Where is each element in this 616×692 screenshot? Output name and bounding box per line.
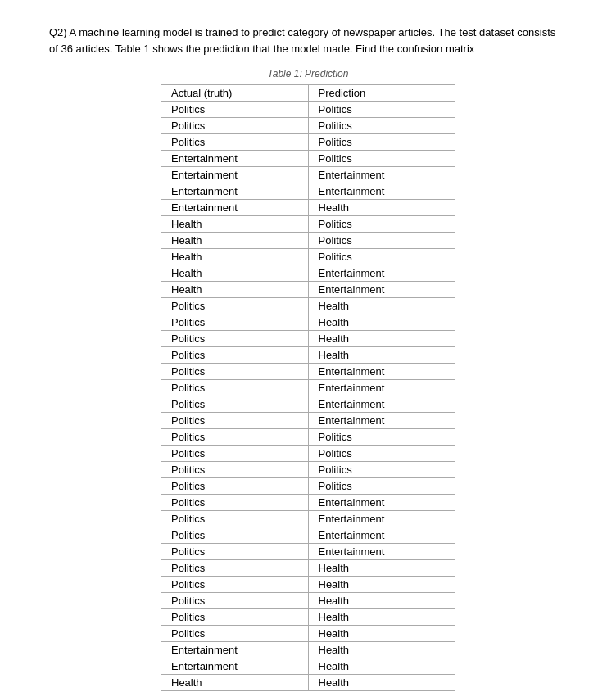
cell-prediction: Entertainment [308,396,455,413]
table-title: Table 1: Prediction [49,68,567,79]
cell-prediction: Politics [308,446,455,462]
cell-prediction: Health [308,314,455,331]
cell-prediction: Entertainment [308,364,455,380]
cell-actual: Health [161,216,309,233]
table-row: EntertainmentEntertainment [161,183,455,200]
col-prediction: Prediction [308,85,455,102]
col-actual: Actual (truth) [161,85,309,102]
table-row: PoliticsPolitics [161,462,455,478]
cell-actual: Health [161,233,309,249]
cell-prediction: Health [308,560,455,577]
table-row: PoliticsHealth [161,314,455,331]
cell-prediction: Health [308,675,455,691]
table-row: HealthPolitics [161,216,455,233]
cell-actual: Politics [161,314,309,331]
cell-actual: Entertainment [161,642,309,658]
cell-actual: Politics [161,593,309,609]
cell-actual: Politics [161,609,309,626]
table-row: PoliticsHealth [161,593,455,609]
table-row: PoliticsEntertainment [161,495,455,511]
cell-prediction: Politics [308,249,455,265]
cell-prediction: Health [308,658,455,675]
cell-actual: Politics [161,577,309,593]
table-row: EntertainmentHealth [161,658,455,675]
cell-prediction: Politics [308,102,455,118]
cell-actual: Politics [161,446,309,462]
table-row: PoliticsPolitics [161,478,455,495]
table-row: HealthPolitics [161,233,455,249]
cell-prediction: Entertainment [308,380,455,396]
table-row: PoliticsHealth [161,609,455,626]
table-row: PoliticsPolitics [161,446,455,462]
table-row: PoliticsPolitics [161,118,455,134]
cell-prediction: Health [308,593,455,609]
cell-prediction: Health [308,347,455,364]
cell-actual: Politics [161,462,309,478]
cell-actual: Politics [161,429,309,446]
table-row: HealthEntertainment [161,282,455,298]
cell-actual: Health [161,675,309,691]
cell-actual: Entertainment [161,183,309,200]
table-row: HealthEntertainment [161,265,455,282]
table-header-row: Actual (truth) Prediction [161,85,455,102]
cell-actual: Politics [161,364,309,380]
table-row: PoliticsHealth [161,347,455,364]
table-row: PoliticsEntertainment [161,511,455,527]
cell-actual: Politics [161,495,309,511]
table-row: PoliticsPolitics [161,429,455,446]
cell-actual: Entertainment [161,200,309,216]
cell-actual: Politics [161,626,309,642]
cell-actual: Health [161,282,309,298]
table-row: EntertainmentEntertainment [161,167,455,183]
cell-actual: Entertainment [161,151,309,167]
cell-prediction: Politics [308,429,455,446]
cell-actual: Politics [161,478,309,495]
cell-actual: Politics [161,380,309,396]
table-row: PoliticsEntertainment [161,544,455,560]
cell-actual: Politics [161,298,309,314]
cell-prediction: Politics [308,151,455,167]
cell-prediction: Entertainment [308,527,455,544]
cell-actual: Politics [161,118,309,134]
table-row: PoliticsHealth [161,577,455,593]
cell-actual: Health [161,265,309,282]
table-row: EntertainmentPolitics [161,151,455,167]
cell-prediction: Health [308,331,455,347]
table-row: PoliticsEntertainment [161,527,455,544]
table-row: PoliticsHealth [161,626,455,642]
cell-prediction: Entertainment [308,544,455,560]
cell-prediction: Entertainment [308,167,455,183]
cell-actual: Politics [161,544,309,560]
cell-actual: Politics [161,396,309,413]
cell-prediction: Entertainment [308,511,455,527]
table-row: PoliticsPolitics [161,134,455,151]
table-row: PoliticsEntertainment [161,396,455,413]
table-row: EntertainmentHealth [161,642,455,658]
cell-prediction: Politics [308,134,455,151]
cell-prediction: Health [308,626,455,642]
cell-actual: Politics [161,560,309,577]
cell-actual: Health [161,249,309,265]
cell-actual: Politics [161,134,309,151]
cell-prediction: Health [308,609,455,626]
question-text: Q2) A machine learning model is trained … [49,25,567,57]
cell-actual: Politics [161,413,309,429]
table-row: PoliticsHealth [161,298,455,314]
table-row: HealthPolitics [161,249,455,265]
cell-prediction: Politics [308,216,455,233]
cell-prediction: Politics [308,462,455,478]
cell-prediction: Entertainment [308,495,455,511]
cell-prediction: Health [308,200,455,216]
cell-actual: Politics [161,347,309,364]
cell-prediction: Health [308,298,455,314]
cell-actual: Entertainment [161,658,309,675]
table-row: HealthHealth [161,675,455,691]
cell-prediction: Entertainment [308,413,455,429]
cell-prediction: Health [308,642,455,658]
table-row: PoliticsEntertainment [161,413,455,429]
cell-actual: Entertainment [161,167,309,183]
cell-prediction: Politics [308,478,455,495]
cell-prediction: Entertainment [308,265,455,282]
prediction-table: Actual (truth) Prediction PoliticsPoliti… [161,84,455,691]
table-row: PoliticsHealth [161,560,455,577]
